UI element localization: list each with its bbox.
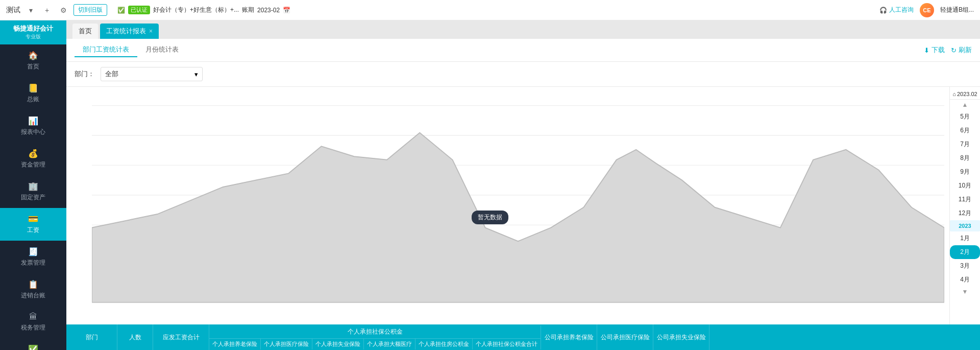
sub-col-housing: 个人承担住房公积金 bbox=[415, 339, 473, 349]
add-icon[interactable]: + bbox=[41, 4, 53, 16]
download-icon: ⬇ bbox=[924, 46, 929, 54]
assets-icon: 🏢 bbox=[28, 181, 38, 191]
chevron-down-icon[interactable]: ▾ bbox=[24, 4, 37, 16]
app-sub: 专业版 bbox=[26, 33, 41, 40]
dept-select[interactable]: 全部 ▾ bbox=[101, 67, 203, 81]
col-company-pension: 公司承担养老保险 bbox=[541, 324, 597, 350]
sub-col-unemployment: 个人承担失业保险 bbox=[312, 339, 364, 349]
sales-icon: 📋 bbox=[28, 279, 38, 289]
headset-icon: 🎧 bbox=[879, 7, 887, 14]
app-name: 畅捷通好会计 bbox=[13, 25, 53, 33]
sidebar-item-invoice[interactable]: 🧾 发票管理 bbox=[0, 241, 66, 273]
salary-icon: 💳 bbox=[28, 214, 38, 224]
header-left: 测试 ▾ + ⚙ 切到旧版 ✅ 已认证 好会计（专）+好生意（标）+... 账期… bbox=[6, 4, 290, 16]
chart-section: 350 300 250 200 150 100 50 0 bbox=[66, 87, 980, 324]
filter-bar: 部门： 全部 ▾ bbox=[66, 62, 980, 87]
sidebar-item-home[interactable]: 🏠 首页 bbox=[0, 44, 66, 77]
checkout-icon: ✅ bbox=[28, 344, 38, 350]
sidebar-label-sales: 进销台账 bbox=[21, 291, 45, 300]
dept-filter-label: 部门： bbox=[75, 69, 94, 79]
funds-icon: 💰 bbox=[28, 149, 38, 158]
col-group-personal: 个人承担社保公积金 个人承担养老保险 个人承担医疗保险 个人承担失业保险 个人承… bbox=[209, 325, 541, 349]
cert-icon: ✅ bbox=[117, 7, 125, 14]
sidebar-label-funds: 资金管理 bbox=[21, 160, 45, 169]
avatar: CE bbox=[920, 3, 934, 17]
month-2[interactable]: 2月 bbox=[950, 245, 980, 259]
month-11[interactable]: 11月 bbox=[950, 193, 980, 206]
panel-nav-down[interactable]: ▼ bbox=[960, 287, 970, 297]
cert-badge: 已认证 bbox=[128, 6, 150, 14]
col-total-salary: 应发工资合计 bbox=[153, 324, 209, 350]
sidebar-item-assets[interactable]: 🏢 固定资产 bbox=[0, 175, 66, 208]
chart-main: 350 300 250 200 150 100 50 0 bbox=[66, 87, 949, 324]
dept-select-value: 全部 bbox=[105, 69, 118, 79]
sidebar-item-salary[interactable]: 💳 工资 bbox=[0, 208, 66, 241]
sub-col-pension: 个人承担养老保险 bbox=[209, 339, 261, 349]
test-label: 测试 bbox=[6, 6, 20, 15]
panel-date: ⌂ 2023.02 bbox=[950, 89, 980, 100]
month-4[interactable]: 4月 bbox=[950, 273, 980, 287]
service-button[interactable]: 🎧 人工咨询 bbox=[879, 6, 914, 14]
chart-tooltip: 暂无数据 bbox=[472, 211, 508, 224]
page-actions: ⬇ 下载 ↻ 刷新 bbox=[924, 45, 972, 55]
ledger-icon: 📒 bbox=[28, 83, 38, 93]
month-1[interactable]: 1月 bbox=[950, 231, 980, 245]
right-panel: ⌂ 2023.02 ▲ 5月 6月 7月 8月 9月 10月 11月 12月 2… bbox=[949, 87, 980, 324]
col-dept: 部门 bbox=[66, 324, 117, 350]
download-button[interactable]: ⬇ 下载 bbox=[924, 45, 945, 55]
sidebar-label-ledger: 总账 bbox=[27, 95, 39, 104]
sidebar: 畅捷通好会计 专业版 🏠 首页 📒 总账 📊 报表中心 💰 资金管理 🏢 固定资… bbox=[0, 20, 66, 350]
month-5[interactable]: 5月 bbox=[950, 110, 980, 124]
month-7[interactable]: 7月 bbox=[950, 137, 980, 151]
sidebar-logo: 畅捷通好会计 专业版 bbox=[0, 20, 66, 44]
sidebar-label-invoice: 发票管理 bbox=[21, 259, 45, 267]
sidebar-label-reports: 报表中心 bbox=[21, 128, 45, 136]
tab-home-label: 首页 bbox=[79, 27, 92, 36]
features-text: 好会计（专）+好生意（标）+... bbox=[153, 6, 239, 14]
month-8[interactable]: 8月 bbox=[950, 151, 980, 165]
sub-col-total-insurance: 个人承担社保公积金合计 bbox=[473, 339, 541, 349]
sidebar-item-funds[interactable]: 💰 资金管理 bbox=[0, 143, 66, 175]
chevron-down-icon: ▾ bbox=[194, 71, 198, 78]
col-company-unemployment: 公司承担失业保险 bbox=[653, 324, 709, 350]
tab-bar: 首页 工资统计报表 × bbox=[66, 20, 980, 39]
user-name[interactable]: 轻捷通B组... bbox=[940, 6, 974, 14]
col-company-medical: 公司承担医疗保险 bbox=[597, 324, 653, 350]
chart-container: 350 300 250 200 150 100 50 0 bbox=[66, 87, 949, 324]
sidebar-item-checkout[interactable]: ✅ 结账 bbox=[0, 338, 66, 350]
sub-tab-monthly[interactable]: 月份统计表 bbox=[137, 43, 187, 57]
sidebar-item-ledger[interactable]: 📒 总账 bbox=[0, 77, 66, 110]
year-2023: 2023 bbox=[950, 220, 980, 231]
sub-tab-dept[interactable]: 部门工资统计表 bbox=[75, 43, 137, 57]
header-right: 🎧 人工咨询 CE 轻捷通B组... bbox=[879, 3, 974, 17]
content-area: 首页 工资统计报表 × 部门工资统计表 月份统计表 ⬇ 下载 bbox=[66, 20, 980, 350]
sidebar-label-home: 首页 bbox=[27, 62, 39, 71]
sidebar-label-salary: 工资 bbox=[27, 226, 39, 235]
month-3[interactable]: 3月 bbox=[950, 259, 980, 273]
close-icon[interactable]: × bbox=[149, 28, 153, 35]
switch-old-button[interactable]: 切到旧版 bbox=[74, 4, 107, 16]
gear-icon[interactable]: ⚙ bbox=[57, 4, 69, 16]
month-9[interactable]: 9月 bbox=[950, 165, 980, 179]
sidebar-label-assets: 固定资产 bbox=[21, 193, 45, 202]
sidebar-item-sales[interactable]: 📋 进销台账 bbox=[0, 273, 66, 306]
table-header: 部门 人数 应发工资合计 个人承担社保公积金 个人承担养老保险 个人承担医疗保险… bbox=[66, 324, 980, 350]
month-10[interactable]: 10月 bbox=[950, 179, 980, 193]
period-label: 账期 bbox=[242, 6, 254, 14]
group-header-personal: 个人承担社保公积金 bbox=[209, 325, 541, 339]
month-6[interactable]: 6月 bbox=[950, 124, 980, 137]
sub-col-major-medical: 个人承担大额医疗 bbox=[364, 339, 415, 349]
col-count: 人数 bbox=[117, 324, 153, 350]
refresh-icon: ↻ bbox=[951, 46, 957, 54]
period-value: 2023-02 bbox=[257, 7, 280, 14]
panel-nav-up[interactable]: ▲ bbox=[960, 100, 970, 110]
sidebar-item-reports[interactable]: 📊 报表中心 bbox=[0, 110, 66, 143]
month-12[interactable]: 12月 bbox=[950, 206, 980, 220]
tab-home[interactable]: 首页 bbox=[72, 24, 98, 39]
calendar-icon[interactable]: 📅 bbox=[283, 7, 290, 14]
tab-salary-report[interactable]: 工资统计报表 × bbox=[100, 24, 159, 39]
sidebar-item-tax[interactable]: 🏛 税务管理 bbox=[0, 306, 66, 338]
panel-date-icon: ⌂ bbox=[952, 91, 956, 97]
home-icon: 🏠 bbox=[28, 51, 38, 60]
refresh-button[interactable]: ↻ 刷新 bbox=[951, 45, 972, 55]
